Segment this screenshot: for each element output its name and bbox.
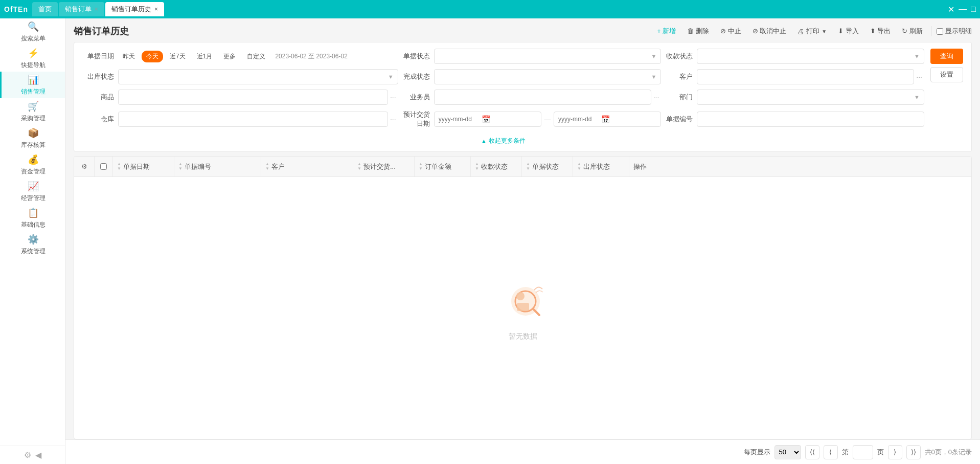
- cal-icon-end[interactable]: 📅: [601, 115, 610, 123]
- tab-sales-order-close[interactable]: ×: [95, 6, 98, 13]
- bill-status-arrow: ▼: [651, 53, 656, 59]
- date-1month-btn[interactable]: 近1月: [192, 51, 217, 62]
- cal-icon-start[interactable]: 📅: [482, 115, 490, 123]
- page-title: 销售订单历史: [74, 25, 129, 37]
- goods-input[interactable]: [118, 90, 388, 105]
- th-amount[interactable]: ▲▼ 订单金额: [415, 157, 471, 176]
- th-billstatus[interactable]: ▲▼ 单据状态: [522, 157, 573, 176]
- new-button[interactable]: + 新增: [652, 25, 681, 38]
- tab-sales-order[interactable]: 销售订单 ×: [59, 2, 104, 16]
- date-more-btn[interactable]: 更多: [219, 51, 240, 62]
- page-last-btn[interactable]: ⟩⟩: [906, 445, 921, 459]
- th-date[interactable]: ▲▼ 单据日期: [113, 157, 174, 176]
- salesman-input[interactable]: [434, 90, 651, 105]
- table-area: ⚙ ▲▼ 单据日期 ▲▼ 单据编号: [74, 156, 972, 439]
- sidebar-item-search[interactable]: 🔍 搜索菜单: [0, 18, 65, 45]
- complete-status-select[interactable]: ▼: [434, 69, 662, 84]
- page-number-input[interactable]: 1: [853, 445, 873, 459]
- th-action-label: 操作: [633, 162, 647, 171]
- table-header: ⚙ ▲▼ 单据日期 ▲▼ 单据编号: [74, 157, 971, 177]
- filter-customer-col: 客户 ···: [661, 69, 924, 84]
- tab-home[interactable]: 首页: [32, 2, 58, 16]
- filter-rows-col: 单据日期 昨天 今天 近7天 近1月 更多 自定义 2: [82, 49, 924, 145]
- page-prev-btn[interactable]: ⟨: [824, 445, 838, 459]
- goods-label: 商品: [82, 93, 118, 102]
- show-columns-checkbox[interactable]: [937, 28, 943, 35]
- sidebar-item-operations[interactable]: 📈 经营管理: [0, 178, 65, 205]
- topbar-minimize-icon[interactable]: —: [959, 5, 967, 14]
- receipt-status-label: 收款状态: [661, 52, 697, 61]
- th-billno[interactable]: ▲▼ 单据编号: [174, 157, 261, 176]
- import-button[interactable]: ⬇ 导入: [833, 25, 864, 38]
- th-checkbox[interactable]: [95, 157, 113, 176]
- page-next-btn[interactable]: ⟩: [888, 445, 902, 459]
- sidebar: 🔍 搜索菜单 ⚡ 快捷导航 📊 销售管理 🛒 采购管理 📦 库存核算 💰 资金管…: [0, 18, 65, 464]
- topbar-right: ✕ — □: [948, 5, 976, 14]
- complete-status-arrow: ▼: [651, 74, 656, 80]
- empty-text: 暂无数据: [509, 332, 537, 341]
- print-button[interactable]: 🖨 打印 ▼: [792, 25, 832, 38]
- baseinfo-icon: 📋: [28, 207, 39, 218]
- sidebar-settings-btn[interactable]: ⚙: [24, 450, 31, 460]
- page-size-select[interactable]: 50 20 100: [774, 445, 801, 459]
- tab-sales-order-label: 销售订单: [65, 5, 92, 14]
- sidebar-item-system[interactable]: ⚙️ 系统管理: [0, 231, 65, 258]
- th-amount-label: 订单金额: [425, 162, 451, 171]
- out-status-select[interactable]: ▼: [118, 69, 398, 84]
- sidebar-item-quicknav[interactable]: ⚡ 快捷导航: [0, 45, 65, 72]
- goods-dots-btn[interactable]: ···: [388, 93, 398, 101]
- sidebar-item-baseinfo-label: 基础信息: [21, 220, 45, 229]
- date-7days-btn[interactable]: 近7天: [165, 51, 190, 62]
- topbar-maximize-icon[interactable]: □: [971, 5, 976, 14]
- sidebar-item-purchase[interactable]: 🛒 采购管理: [0, 98, 65, 125]
- sidebar-collapse-btn[interactable]: ◀: [35, 450, 41, 460]
- sales-icon: 📊: [28, 74, 39, 85]
- tab-sales-history-close[interactable]: ×: [154, 6, 158, 13]
- dept-label: 部门: [661, 93, 697, 102]
- warehouse-input[interactable]: [118, 112, 388, 127]
- sidebar-item-inventory[interactable]: 📦 库存核算: [0, 125, 65, 151]
- date-custom-btn[interactable]: 自定义: [242, 51, 270, 62]
- th-settings[interactable]: ⚙: [74, 157, 95, 176]
- topbar-close-icon[interactable]: ✕: [948, 5, 954, 14]
- th-delivery[interactable]: ▲▼ 预计交货...: [353, 157, 415, 176]
- customer-dots-btn[interactable]: ···: [914, 73, 924, 81]
- th-customer[interactable]: ▲▼ 客户: [261, 157, 353, 176]
- delete-button[interactable]: 🗑 删除: [682, 25, 714, 38]
- delivery-date-start[interactable]: [439, 116, 480, 123]
- sort-icons-delivery: ▲▼: [357, 162, 361, 171]
- query-button[interactable]: 查询: [930, 49, 963, 64]
- customer-input[interactable]: [697, 69, 914, 84]
- top-bar: OfTEn 首页 销售订单 × 销售订单历史 × ✕ — □: [0, 0, 980, 18]
- page-first-btn[interactable]: ⟨⟨: [805, 445, 819, 459]
- export-button[interactable]: ⬆ 导出: [865, 25, 896, 38]
- header-checkbox[interactable]: [100, 163, 107, 170]
- sidebar-item-baseinfo[interactable]: 📋 基础信息: [0, 205, 65, 231]
- date-yesterday-btn[interactable]: 昨天: [118, 51, 140, 62]
- sidebar-item-sales[interactable]: 📊 销售管理: [0, 72, 65, 98]
- bill-no-input[interactable]: [697, 112, 924, 127]
- refresh-button[interactable]: ↻ 刷新: [897, 25, 928, 38]
- collapse-more[interactable]: ▲ 收起更多条件: [82, 134, 924, 145]
- date-today-btn[interactable]: 今天: [142, 51, 163, 62]
- cancel-stop-button[interactable]: ⊘ 取消中止: [747, 25, 792, 38]
- th-billstatus-label: 单据状态: [532, 162, 559, 171]
- bill-status-select[interactable]: ▼: [434, 49, 662, 64]
- delivery-date-end[interactable]: [558, 116, 599, 123]
- stop-button[interactable]: ⊘ 中止: [715, 25, 746, 38]
- dept-select[interactable]: ▼: [697, 90, 924, 105]
- receipt-status-select[interactable]: ▼: [697, 49, 924, 64]
- tab-sales-history[interactable]: 销售订单历史 ×: [105, 2, 164, 16]
- print-icon: 🖨: [797, 28, 804, 35]
- filter-warehouse-col: 仓库 ···: [82, 112, 398, 127]
- sidebar-item-finance[interactable]: 💰 资金管理: [0, 151, 65, 178]
- sidebar-item-system-label: 系统管理: [21, 247, 45, 256]
- salesman-dots-btn[interactable]: ···: [651, 93, 662, 101]
- warehouse-dots-btn[interactable]: ···: [388, 115, 398, 123]
- th-outstatus[interactable]: ▲▼ 出库状态: [573, 157, 629, 176]
- set-button[interactable]: 设置: [930, 67, 963, 82]
- tab-home-label: 首页: [38, 5, 52, 14]
- filter-billno-col: 单据编号: [661, 112, 924, 127]
- th-receiptstatus[interactable]: ▲▼ 收款状态: [471, 157, 522, 176]
- filter-receiptstatus-col: 收款状态 ▼: [661, 49, 924, 64]
